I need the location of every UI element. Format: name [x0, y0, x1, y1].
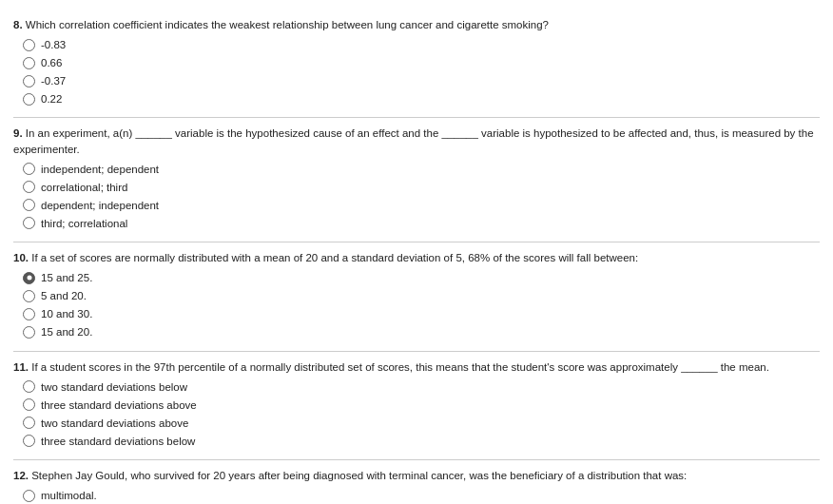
question-block-q8: 8. Which correlation coefficient indicat…: [13, 10, 820, 118]
option-item-q10c[interactable]: 10 and 30.: [23, 306, 820, 321]
option-item-q10b[interactable]: 5 and 20.: [23, 288, 820, 303]
page-container: 8. Which correlation coefficient indicat…: [0, 0, 833, 504]
option-label-q11d: three standard deviations below: [41, 434, 195, 449]
option-item-q9b[interactable]: correlational; third: [23, 180, 820, 195]
radio-q11d[interactable]: [23, 435, 35, 447]
radio-q10c[interactable]: [23, 308, 35, 320]
option-item-q9c[interactable]: dependent; independent: [23, 198, 820, 213]
radio-q11a[interactable]: [23, 380, 35, 393]
options-list-q10: 15 and 25.5 and 20.10 and 30.15 and 20.: [13, 270, 820, 339]
option-item-q11a[interactable]: two standard deviations below: [23, 379, 820, 395]
radio-q10a[interactable]: [23, 272, 35, 284]
option-label-q9b: correlational; third: [41, 180, 127, 195]
radio-q10b[interactable]: [23, 290, 35, 302]
option-item-q8d[interactable]: 0.22: [23, 91, 820, 107]
radio-q8d[interactable]: [23, 93, 35, 106]
option-label-q12a: multimodal.: [41, 488, 97, 503]
radio-q10d[interactable]: [23, 326, 35, 339]
question-text-q11: 11. If a student scores in the 97th perc…: [13, 359, 820, 375]
question-number-q10: 10.: [13, 252, 29, 263]
option-label-q8c: -0.37: [41, 73, 66, 88]
option-item-q9a[interactable]: independent; dependent: [23, 162, 820, 177]
option-item-q8b[interactable]: 0.66: [23, 55, 820, 70]
question-number-q12: 12.: [13, 470, 29, 481]
options-list-q12: multimodal.left-skewed.right-skewed.norm…: [13, 488, 820, 504]
option-item-q11c[interactable]: two standard deviations above: [23, 416, 820, 431]
question-number-q9: 9.: [13, 127, 23, 139]
question-block-q12: 12. Stephen Jay Gould, who survived for …: [13, 460, 820, 504]
radio-q9b[interactable]: [23, 181, 35, 193]
question-number-q11: 11.: [13, 361, 29, 373]
option-label-q8b: 0.66: [41, 55, 62, 70]
option-label-q9d: third; correlational: [41, 216, 127, 231]
option-label-q10d: 15 and 20.: [41, 324, 92, 339]
option-label-q8a: -0.83: [41, 37, 66, 52]
option-label-q11c: two standard deviations above: [41, 416, 188, 431]
question-block-q10: 10. If a set of scores are normally dist…: [13, 242, 820, 351]
radio-q9d[interactable]: [23, 217, 35, 229]
radio-q9c[interactable]: [23, 199, 35, 211]
option-item-q8a[interactable]: -0.83: [23, 37, 820, 52]
option-label-q10a: 15 and 25.: [41, 270, 92, 285]
option-item-q9d[interactable]: third; correlational: [23, 216, 820, 231]
option-label-q9c: dependent; independent: [41, 198, 159, 213]
option-item-q10d[interactable]: 15 and 20.: [23, 324, 820, 339]
option-item-q10a[interactable]: 15 and 25.: [23, 270, 820, 285]
option-item-q8c[interactable]: -0.37: [23, 73, 820, 88]
question-text-q10: 10. If a set of scores are normally dist…: [13, 250, 820, 265]
radio-q11c[interactable]: [23, 417, 35, 429]
radio-q8a[interactable]: [23, 39, 35, 51]
options-list-q8: -0.830.66-0.370.22: [13, 37, 820, 107]
radio-q8b[interactable]: [23, 57, 35, 69]
question-text-q9: 9. In an experiment, a(n) ______ variabl…: [13, 126, 820, 156]
option-item-q11b[interactable]: three standard deviations above: [23, 397, 820, 413]
radio-q11b[interactable]: [23, 398, 35, 411]
options-list-q11: two standard deviations belowthree stand…: [13, 379, 820, 449]
options-list-q9: independent; dependentcorrelational; thi…: [13, 162, 820, 231]
question-block-q11: 11. If a student scores in the 97th perc…: [13, 352, 820, 460]
radio-q8c[interactable]: [23, 75, 35, 87]
option-label-q11b: three standard deviations above: [41, 397, 197, 413]
question-text-q12: 12. Stephen Jay Gould, who survived for …: [13, 468, 820, 483]
option-label-q10b: 5 and 20.: [41, 288, 87, 303]
radio-q9a[interactable]: [23, 163, 35, 175]
question-block-q9: 9. In an experiment, a(n) ______ variabl…: [13, 118, 820, 242]
option-item-q12a[interactable]: multimodal.: [23, 488, 820, 503]
option-label-q11a: two standard deviations below: [41, 379, 187, 395]
option-label-q9a: independent; dependent: [41, 162, 159, 177]
radio-q12a[interactable]: [23, 490, 35, 502]
option-label-q10c: 10 and 30.: [41, 306, 92, 321]
question-text-q8: 8. Which correlation coefficient indicat…: [13, 17, 820, 32]
option-label-q8d: 0.22: [41, 91, 62, 107]
question-number-q8: 8.: [13, 19, 23, 30]
option-item-q11d[interactable]: three standard deviations below: [23, 434, 820, 449]
